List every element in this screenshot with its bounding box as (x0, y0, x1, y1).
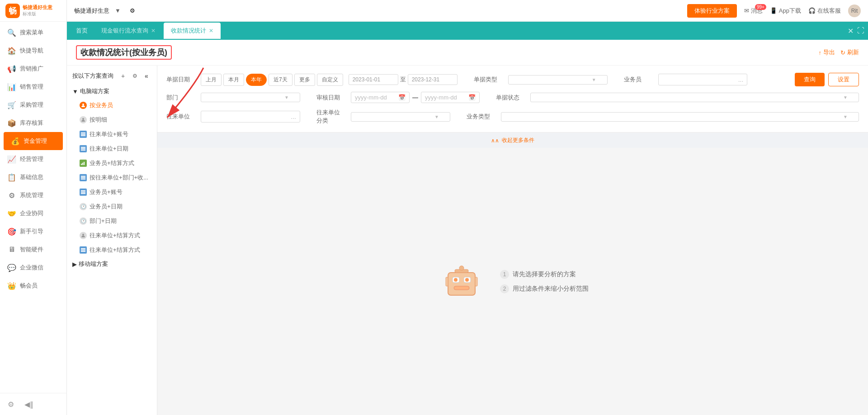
sidebar-item-guide[interactable]: 🎯 新手引导 (0, 222, 66, 241)
tab-home[interactable]: 首页 (71, 23, 93, 39)
scheme-icon-pd (80, 145, 87, 152)
date-from-input[interactable] (349, 74, 398, 85)
sidebar-item-system[interactable]: ⚙ 系统管理 (0, 186, 66, 204)
partner-label: 往来单位 (166, 113, 193, 121)
sidebar-settings-btn[interactable]: ⚙ (4, 397, 18, 411)
scheme-item-partner-dept[interactable]: 按往来单位+部门+收... (69, 170, 155, 185)
date-to-input[interactable] (408, 74, 458, 85)
gear-icon-btn[interactable]: ⚙ (130, 7, 135, 14)
date-label: 单据日期 (166, 75, 193, 84)
date-btn-last-month[interactable]: 上月 (201, 74, 222, 86)
svg-rect-13 (81, 179, 85, 179)
search-nav-icon: 🔍 (7, 28, 16, 37)
sidebar-item-hardware[interactable]: 🖥 智能硬件 (0, 241, 66, 259)
sidebar-item-wechat[interactable]: 💬 企业微信 (0, 259, 66, 277)
date-btn-this-month[interactable]: 本月 (223, 74, 244, 86)
message-btn[interactable]: ✉ 消息 99+ (744, 7, 763, 15)
dept-chevron: ▼ (284, 95, 289, 100)
scheme-item-salesperson-settlement[interactable]: 业务员+结算方式 (69, 156, 155, 170)
date-btn-last7days[interactable]: 近7天 (269, 74, 292, 86)
svg-rect-16 (81, 193, 85, 194)
biz-type-label: 业务类型 (467, 113, 494, 121)
placeholder-icon (437, 257, 486, 307)
close-all-icon[interactable]: ✕ (848, 27, 854, 35)
tab-bar: 首页 现金银行流水查询 ✕ 收款情况统计 ✕ ✕ ⛶ (67, 22, 868, 40)
online-service-btn[interactable]: 🎧 在线客服 (808, 7, 841, 15)
scheme-icon-ps2 (80, 246, 87, 254)
doc-status-select[interactable]: ▼ (530, 93, 859, 102)
query-button[interactable]: 查询 (795, 73, 825, 86)
export-button[interactable]: ↑ 导出 (819, 48, 835, 57)
scheme-item-by-salesperson[interactable]: 按业务员 (69, 98, 155, 113)
scheme-item-salesperson-date[interactable]: 🕐 业务员+日期 (69, 199, 155, 214)
trial-button[interactable]: 体验行业方案 (687, 4, 737, 18)
scheme-group-mobile[interactable]: ▶ 移动端方案 (69, 257, 155, 271)
scheme-item-partner-settlement2[interactable]: 往来单位+结算方式 (69, 243, 155, 257)
date-btn-this-year[interactable]: 本年 (246, 74, 267, 86)
collapse-panel-btn[interactable]: « (142, 71, 151, 81)
date-btn-more[interactable]: 更多 (294, 74, 315, 86)
scheme-item-salesperson-account[interactable]: 业务员+账号 (69, 185, 155, 199)
scheme-item-by-detail[interactable]: 按明细 (69, 113, 155, 127)
salesperson-input[interactable] (662, 76, 738, 83)
sidebar-item-member[interactable]: 👑 畅会员 (0, 277, 66, 295)
date-btn-custom[interactable]: 自定义 (317, 74, 343, 86)
finance-nav-icon: 💰 (11, 137, 20, 146)
setting-button[interactable]: 设置 (828, 73, 859, 86)
calendar-icon-to[interactable]: 📅 (468, 94, 476, 101)
partner-input[interactable] (205, 113, 289, 120)
sidebar-item-search[interactable]: 🔍 搜索菜单 (0, 24, 66, 42)
scheme-settings-btn[interactable]: ⚙ (130, 71, 140, 81)
partner-category-select[interactable]: ▼ (351, 112, 450, 122)
svg-rect-7 (81, 150, 85, 151)
partner-category-label: 往来单位分类 (316, 108, 344, 125)
expand-icon: ▼ (72, 88, 78, 95)
sidebar-item-marketing[interactable]: 📢 营销推广 (0, 60, 66, 78)
sidebar-item-enterprise[interactable]: 🤝 企业协同 (0, 204, 66, 222)
tab-receipt[interactable]: 收款情况统计 ✕ (164, 23, 221, 39)
svg-rect-26 (454, 286, 469, 290)
user-avatar[interactable]: Rit (848, 5, 861, 17)
svg-rect-11 (81, 176, 85, 177)
sidebar-item-finance[interactable]: 💰 资金管理 (4, 132, 63, 150)
review-date-label: 审核日期 (316, 94, 344, 102)
tab-bank[interactable]: 现金银行流水查询 ✕ (94, 23, 163, 39)
app-download-btn[interactable]: 📱 App下载 (770, 7, 801, 15)
maximize-icon[interactable]: ⛶ (857, 27, 864, 35)
header-dropdown[interactable]: ▼ (115, 7, 121, 14)
download-icon: 📱 (770, 7, 777, 14)
scheme-item-partner-settlement1[interactable]: 往来单位+结算方式 (69, 228, 155, 243)
refresh-button[interactable]: ↻ 刷新 (840, 48, 859, 57)
sidebar-collapse-btn[interactable]: ◀‖ (22, 397, 36, 411)
sales-nav-icon: 📊 (7, 82, 16, 91)
svg-rect-15 (81, 192, 85, 193)
filter-row-3: 往来单位 ... 往来单位分类 ▼ 业务类型 ▼ (166, 108, 859, 125)
right-panel: 单据日期 上月 本月 本年 近7天 更多 自定义 至 (157, 66, 868, 415)
biz-type-select[interactable]: ▼ (501, 112, 859, 122)
scheme-item-dept-date[interactable]: 🕐 部门+日期 (69, 214, 155, 228)
tab-bank-close[interactable]: ✕ (151, 28, 156, 34)
sidebar-item-sales[interactable]: 📊 销售管理 (0, 78, 66, 96)
sidebar-item-shortcut[interactable]: 🏠 快捷导航 (0, 42, 66, 60)
calendar-icon-from[interactable]: 📅 (398, 94, 406, 101)
svg-rect-6 (81, 148, 85, 149)
sidebar-item-basic[interactable]: 📋 基础信息 (0, 168, 66, 186)
add-scheme-btn[interactable]: + (118, 71, 128, 81)
partner-more-icon[interactable]: ... (291, 113, 296, 120)
scheme-icon-sdate: 🕐 (80, 203, 87, 210)
scheme-item-partner-account[interactable]: 往来单位+账号 (69, 127, 155, 141)
dept-select[interactable]: ▼ (201, 93, 300, 102)
review-date-to-input[interactable] (425, 94, 467, 101)
refresh-icon: ↻ (840, 49, 845, 56)
sidebar-item-inventory[interactable]: 📦 库存核算 (0, 114, 66, 132)
salesperson-more-icon[interactable]: ... (738, 76, 744, 83)
tab-bar-right: ✕ ⛶ (848, 27, 864, 35)
sidebar-item-purchase[interactable]: 🛒 采购管理 (0, 96, 66, 114)
scheme-item-partner-date[interactable]: 往来单位+日期 (69, 141, 155, 156)
doc-type-select[interactable]: ▼ (508, 75, 608, 85)
tab-receipt-close[interactable]: ✕ (209, 28, 213, 34)
collapse-bar[interactable]: ∧∧ 收起更多条件 (157, 132, 868, 148)
sidebar-item-operation[interactable]: 📈 经营管理 (0, 150, 66, 168)
scheme-group-desktop[interactable]: ▼ 电脑端方案 (69, 85, 155, 98)
review-date-from-input[interactable] (355, 94, 396, 101)
